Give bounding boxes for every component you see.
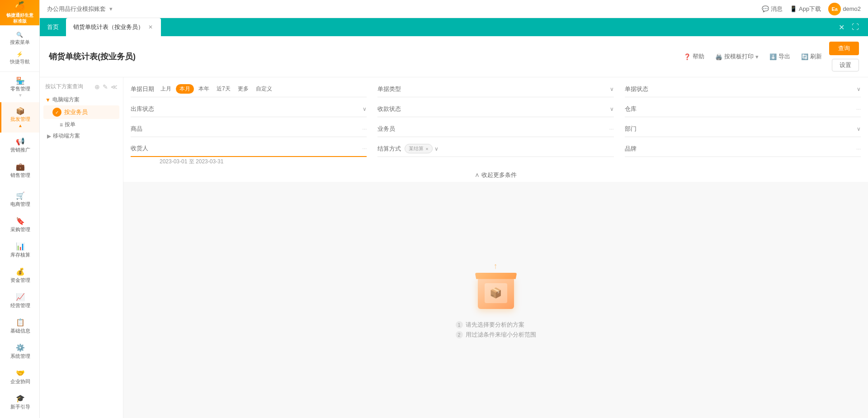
scheme-item-by-staff[interactable]: ✓ 按业务员 (43, 105, 119, 119)
settings-button[interactable]: 设置 (832, 59, 859, 71)
doc-type-label: 单据类型 (377, 85, 405, 93)
search-icon: 🔍 (16, 32, 23, 38)
nav-appstore[interactable]: 🔲 应用中心 (0, 415, 39, 418)
collapse-icon[interactable]: ≪ (111, 83, 118, 90)
ecom-icon: 🛒 (16, 191, 25, 200)
inventory-icon: 📊 (16, 242, 25, 251)
tab-sales-stat[interactable]: 销货单统计表（按业务员） ✕ (66, 18, 161, 36)
user-menu[interactable]: Ea demo2 (828, 3, 861, 15)
refresh-btn[interactable]: 🔄 刷新 (797, 51, 826, 62)
nav-retail[interactable]: 🏪 零售管理 ▼ (0, 72, 39, 102)
warehouse-control: ··· (652, 105, 861, 112)
nav-finance[interactable]: 💰 资金管理 (0, 263, 39, 288)
nav-collab[interactable]: 🤝 企业协同 (0, 364, 39, 390)
staff-input[interactable] (405, 125, 607, 132)
hint-text-2: 用过滤条件来缩小分析范围 (466, 331, 536, 339)
edit-scheme-icon[interactable]: ✎ (103, 83, 108, 90)
doc-status-control: ∨ (652, 86, 861, 92)
collapse-up-icon: ∧ (475, 171, 480, 178)
restore-btn[interactable]: ⛶ (850, 21, 861, 33)
nav-basic[interactable]: 📋 基础信息 (0, 314, 39, 339)
close-all-tabs-btn[interactable]: ✕ (837, 21, 846, 33)
collection-arrow[interactable]: ∨ (610, 106, 614, 112)
out-status-arrow[interactable]: ∨ (363, 106, 367, 112)
consignee-more-icon[interactable]: ··· (362, 145, 367, 152)
nav-operation[interactable]: 📈 经营管理 (0, 288, 39, 314)
doc-status-arrow[interactable]: ∨ (857, 86, 861, 92)
goods-more-icon[interactable]: ··· (362, 126, 367, 132)
tab-home[interactable]: 首页 (40, 18, 66, 36)
filter-date: 单据日期 上月 本月 本年 近7天 更多 自定义 (131, 81, 367, 97)
warehouse-label: 仓库 (625, 105, 652, 113)
nav-ecom[interactable]: 🛒 电商管理 (0, 187, 39, 212)
empty-hint-2: 2 用过滤条件来缩小分析范围 (456, 331, 536, 339)
date-range-display: 2023-03-01 至 2023-03-31 (131, 157, 861, 168)
left-panel-icons: ⊕ ✎ ≪ (94, 83, 118, 90)
collapse-label: 收起更多条件 (481, 171, 517, 178)
scheme-sub-by-order[interactable]: ≡ 按单 (43, 119, 119, 130)
filter-consignee: 收货人 ··· (131, 141, 367, 157)
filter-warehouse: 仓库 ··· (625, 101, 861, 117)
nav-sales[interactable]: 💼 销售管理 (0, 158, 39, 183)
goods-input[interactable] (158, 125, 360, 132)
quick-nav-item[interactable]: ⚡ 快捷导航 (0, 48, 39, 68)
collection-input[interactable] (405, 105, 608, 112)
warehouse-more-icon[interactable]: ··· (856, 106, 861, 112)
nav-system[interactable]: ⚙️ 系统管理 (0, 339, 39, 364)
finance-icon: 💰 (16, 267, 25, 276)
content-wrapper: 销货单统计表(按业务员) ❓ 帮助 🖨️ 按模板打印 ▾ ⬇️ 导出 🔄 刷 (40, 36, 868, 418)
date-more[interactable]: 更多 (235, 84, 251, 94)
tab-close-icon[interactable]: ✕ (147, 23, 154, 31)
nav-purchase[interactable]: 🔖 采购管理 (0, 212, 39, 238)
message-btn[interactable]: 💬 消息 (762, 5, 783, 13)
finance-label: 资金管理 (10, 277, 30, 284)
settlement-arrow[interactable]: ∨ (434, 146, 439, 152)
staff-more-icon[interactable]: ··· (609, 126, 614, 132)
topbar-left: 办公用品行业模拟账套 ▾ (47, 5, 113, 13)
search-menu-item[interactable]: 🔍 搜索菜单 (0, 29, 39, 48)
content-inner: 按以下方案查询 ⊕ ✎ ≪ ▼ 电脑端方案 ✓ 按业务员 (40, 77, 868, 418)
collapse-row[interactable]: ∧ 收起更多条件 (131, 168, 861, 182)
brand-input[interactable] (652, 145, 854, 152)
dept-input[interactable] (652, 125, 855, 132)
query-button[interactable]: 查询 (829, 42, 859, 55)
date-custom[interactable]: 自定义 (253, 84, 275, 94)
add-scheme-icon[interactable]: ⊕ (94, 83, 100, 90)
inventory-label: 库存核算 (10, 252, 30, 258)
staff-control: ··· (405, 125, 613, 132)
doc-type-input[interactable] (405, 86, 608, 92)
out-status-input[interactable] (158, 105, 361, 112)
sales-icon: 💼 (16, 162, 25, 171)
warehouse-input[interactable] (652, 105, 854, 112)
doc-type-arrow[interactable]: ∨ (610, 86, 614, 92)
nav-inventory[interactable]: 📊 库存核算 (0, 238, 39, 263)
mobile-scheme-label[interactable]: ▶ 移动端方案 (43, 130, 119, 142)
guide-label: 新手引导 (10, 404, 30, 410)
topbar-dropdown-icon[interactable]: ▾ (109, 5, 113, 12)
brand-more-icon[interactable]: ··· (856, 146, 861, 152)
nav-wholesale[interactable]: 📦 批发管理 ▲ (0, 102, 39, 133)
doc-status-input[interactable] (652, 86, 855, 92)
app-logo: 🍊 畅捷通好生意 标准版 (0, 0, 40, 25)
brand-control: ··· (652, 145, 861, 152)
download-btn[interactable]: 📱 App下载 (790, 5, 821, 13)
export-btn[interactable]: ⬇️ 导出 (766, 51, 794, 62)
date-this-year[interactable]: 本年 (196, 84, 212, 94)
consignee-input[interactable] (158, 145, 360, 152)
date-7days[interactable]: 近7天 (214, 84, 233, 94)
scheme-expand-arrow[interactable]: ▼ (45, 97, 51, 103)
topbar: 办公用品行业模拟账套 ▾ 💬 消息 📱 App下载 Ea demo2 (40, 0, 868, 18)
print-btn[interactable]: 🖨️ 按模板打印 ▾ (712, 51, 762, 62)
staff-scheme-label: 按业务员 (64, 108, 88, 116)
nav-marketing[interactable]: 📢 营销推广 (0, 133, 39, 158)
tabbar: 首页 销货单统计表（按业务员） ✕ ✕ ⛶ (40, 18, 868, 36)
settlement-tag-close[interactable]: × (425, 146, 428, 152)
help-btn[interactable]: ❓ 帮助 (680, 51, 708, 62)
date-last-month[interactable]: 上月 (158, 84, 174, 94)
quick-nav-label: 快捷导航 (0, 58, 39, 65)
dept-arrow[interactable]: ∨ (857, 126, 861, 132)
help-label: 帮助 (693, 52, 704, 61)
nav-guide[interactable]: 🎓 新手引导 (0, 390, 39, 415)
date-this-month[interactable]: 本月 (176, 84, 194, 94)
consignee-control: ··· (158, 145, 367, 152)
